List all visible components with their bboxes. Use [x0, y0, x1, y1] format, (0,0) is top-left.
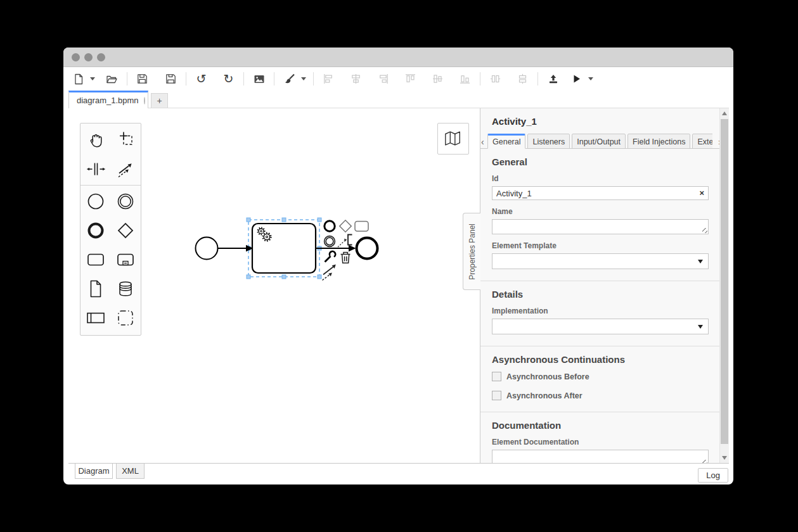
start-event-shape[interactable] [196, 238, 218, 260]
align-vertical-center-button[interactable] [347, 71, 364, 87]
append-task-icon[interactable] [355, 222, 368, 232]
tab-listeners[interactable]: Listeners [527, 134, 570, 149]
create-data-store[interactable] [111, 274, 141, 303]
properties-tab-strip: ‹ General Listeners Input/Output Field I… [480, 132, 729, 149]
create-task[interactable] [80, 245, 111, 274]
properties-scrollbar[interactable] [719, 108, 729, 463]
end-event-shape[interactable] [357, 238, 378, 259]
delete-trash-icon[interactable] [341, 253, 351, 263]
distribute-vertically-button[interactable] [514, 71, 531, 87]
change-type-wrench-icon[interactable] [325, 250, 337, 262]
create-intermediate-event[interactable] [111, 187, 141, 216]
scrollbar-up-button[interactable] [720, 108, 729, 118]
global-connect-tool[interactable] [111, 155, 141, 184]
create-subprocess[interactable] [111, 245, 141, 274]
implementation-select[interactable] [492, 319, 709, 334]
tabs-scroll-left-icon[interactable]: ‹ [481, 137, 484, 146]
window-titlebar[interactable] [63, 48, 733, 67]
redo-button[interactable]: ↻ [220, 71, 237, 87]
name-textarea[interactable] [492, 219, 709, 234]
create-group[interactable] [111, 303, 141, 332]
task-icon [85, 249, 106, 270]
append-intermediate-event-icon[interactable] [325, 236, 335, 247]
append-gateway-icon[interactable] [340, 220, 351, 232]
id-input[interactable] [492, 186, 709, 200]
footer-tab-diagram[interactable]: Diagram [75, 464, 113, 479]
clear-id-icon[interactable]: × [699, 188, 704, 198]
create-start-event[interactable] [80, 187, 111, 216]
desktop-background: ↺ ↻ [0, 0, 798, 532]
properties-panel-toggle[interactable]: Properties Panel [463, 213, 480, 290]
log-button[interactable]: Log [698, 468, 728, 483]
asynchronous-after-checkbox[interactable]: Asynchronous After [492, 391, 709, 400]
tab-diagram-1-bpmn[interactable]: diagram_1.bpmn [68, 91, 148, 108]
new-file-caret-button[interactable] [88, 77, 97, 80]
start-process-instance-caret-button[interactable] [586, 77, 595, 80]
export-image-button[interactable] [250, 71, 267, 87]
scrollbar-down-button[interactable] [720, 453, 729, 463]
end-event-icon [85, 220, 106, 241]
lasso-tool[interactable] [111, 125, 141, 155]
group-details-heading: Details [492, 289, 709, 300]
align-left-button[interactable] [320, 71, 337, 87]
scrollbar-thumb[interactable] [721, 119, 728, 444]
tab-field-injections[interactable]: Field Injections [627, 134, 690, 149]
align-horizontal-middle-button[interactable] [429, 71, 446, 87]
align-bottom-button[interactable] [456, 71, 473, 87]
deploy-button[interactable] [544, 71, 562, 87]
checkbox-icon[interactable] [492, 372, 501, 381]
footer-bar: Diagram XML Log [68, 464, 729, 484]
align-right-button[interactable] [375, 71, 392, 87]
checkbox-icon[interactable] [492, 391, 501, 400]
group-documentation-heading: Documentation [492, 420, 709, 431]
asynchronous-before-checkbox[interactable]: Asynchronous Before [492, 372, 709, 381]
create-participant[interactable] [80, 303, 111, 332]
name-field-label: Name [492, 207, 709, 216]
group-asynchronous-continuations: Asynchronous Continuations Asynchronous … [480, 346, 729, 400]
data-store-icon [115, 278, 136, 300]
window-zoom-button[interactable] [97, 53, 105, 61]
create-gateway[interactable] [111, 216, 141, 245]
save-button[interactable] [134, 71, 151, 87]
tab-general[interactable]: General [487, 134, 525, 149]
append-end-event-icon[interactable] [325, 221, 335, 231]
undo-button[interactable]: ↺ [193, 71, 210, 87]
element-template-select[interactable] [492, 253, 709, 269]
tab-input-output[interactable]: Input/Output [572, 134, 626, 149]
create-end-event[interactable] [80, 216, 111, 245]
new-tab-button[interactable]: + [151, 93, 168, 108]
properties-panel-body: General Id × Name [480, 149, 729, 463]
connect-tool-icon[interactable] [323, 265, 336, 281]
create-data-object[interactable] [80, 274, 111, 303]
tab-dirty-indicator-icon[interactable] [144, 97, 145, 104]
space-tool[interactable] [80, 155, 111, 184]
sequence-flow-1[interactable] [218, 245, 254, 251]
sequence-flow-2[interactable] [316, 245, 356, 251]
group-icon [115, 307, 136, 329]
format-painter-caret-button[interactable] [299, 77, 308, 80]
tab-extensions[interactable]: Exte [692, 134, 712, 149]
main-toolbar: ↺ ↻ [63, 67, 733, 91]
new-file-button[interactable] [70, 71, 87, 87]
window-minimize-button[interactable] [84, 53, 93, 61]
group-details: Details Implementation [480, 281, 729, 334]
align-top-button[interactable] [402, 71, 419, 87]
minimap-toggle-button[interactable] [437, 123, 469, 155]
format-painter-button[interactable] [281, 71, 298, 87]
diagram-canvas[interactable] [68, 108, 480, 463]
triangle-up-icon [722, 111, 727, 115]
open-file-button[interactable] [103, 71, 120, 87]
save-as-icon [165, 73, 176, 84]
save-as-button[interactable] [162, 71, 179, 87]
hand-tool[interactable] [80, 125, 111, 155]
start-process-instance-button[interactable] [568, 71, 585, 87]
align-vertical-center-icon [351, 73, 361, 84]
data-object-icon [85, 278, 106, 300]
footer-tab-xml[interactable]: XML [116, 464, 145, 479]
service-task-shape[interactable] [252, 224, 316, 273]
distribute-horizontally-button[interactable] [487, 71, 504, 87]
append-text-annotation-icon[interactable] [338, 235, 352, 248]
element-palette [80, 123, 141, 336]
window-close-button[interactable] [72, 53, 80, 61]
element-documentation-textarea[interactable] [492, 450, 709, 463]
